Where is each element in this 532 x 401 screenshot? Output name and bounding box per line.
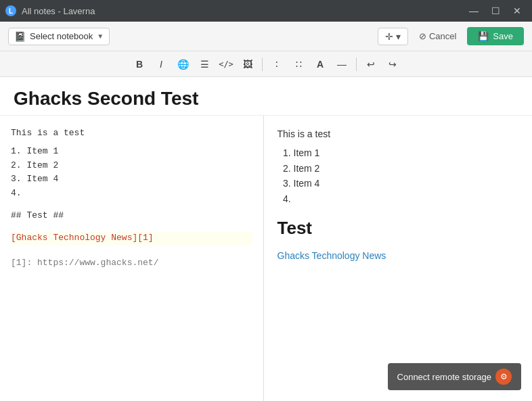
connect-storage-button[interactable]: Connect remote storage ⚙ [388,363,521,390]
bold-button[interactable]: B [129,55,150,74]
window-controls: — ☐ ✕ [464,4,527,18]
list-item [294,191,519,206]
markdown-editor[interactable]: This is a test 1. Item 1 2. Item 2 3. It… [0,116,264,401]
format-toolbar: B I 🌐 ☰ </> 🖼 ∶ ∷ A — ↩ ↪ [0,51,532,77]
maximize-button[interactable]: ☐ [486,4,505,18]
top-toolbar: 📓 Select notebook ▼ ✛ ▾ ⊘ Cancel 💾 Save [0,22,532,51]
ordered-list-button[interactable]: ∶ [267,55,287,74]
editor-heading-line: ## Test ## [11,209,252,223]
cancel-icon: ⊘ [419,31,426,41]
toolbar-right: ✛ ▾ ⊘ Cancel 💾 Save [378,27,524,45]
list-item: 2. Item 2 [11,159,252,173]
editor-url-ref: [1]: https://www.ghacks.net/ [11,256,252,270]
link-button[interactable]: 🌐 [173,55,193,74]
preview-intro: This is a test [278,126,519,141]
unordered-list-button[interactable]: ∷ [288,55,309,74]
crosshair-arrow-icon: ▾ [396,31,401,42]
app-icon: L [5,5,16,16]
title-bar: L All notes - Laverna — ☐ ✕ [0,0,532,22]
close-button[interactable]: ✕ [508,4,527,18]
crosshair-icon: ✛ [385,31,393,42]
preview-panel: This is a test Item 1 Item 2 Item 4 Test… [264,116,533,401]
window-title: All notes - Laverna [22,6,464,16]
connect-storage-icon: ⚙ [495,369,512,385]
minimize-button[interactable]: — [464,4,483,18]
notebook-label: Select notebook [30,31,93,41]
note-title: Ghacks Second Test [0,77,532,116]
list-item: Item 1 [294,145,519,160]
save-button[interactable]: 💾 Save [467,27,524,45]
cancel-label: Cancel [429,31,456,41]
hr-button[interactable]: — [332,55,352,74]
editor-link-num: [1] [137,233,153,243]
editor-list: 1. Item 1 2. Item 2 3. Item 4 4. [11,145,252,201]
preview-heading: Test [278,214,519,243]
list-item: 3. Item 4 [11,172,252,187]
undo-button[interactable]: ↩ [361,55,381,74]
preview-link-container: Ghacks Technology News [278,248,519,263]
toolbar-separator-2 [356,57,357,71]
connect-storage-label: Connect remote storage [397,372,491,382]
preview-link[interactable]: Ghacks Technology News [278,250,386,261]
editor-heading-text: ## Test ## [11,210,64,220]
editor-link-line: [Ghacks Technology News][1] [11,231,252,245]
editors-container: This is a test 1. Item 1 2. Item 2 3. It… [0,116,532,401]
font-button[interactable]: A [310,55,330,74]
dropdown-arrow-icon: ▼ [97,32,104,40]
toolbar-separator-1 [262,57,263,71]
align-button[interactable]: ☰ [194,55,215,74]
image-button[interactable]: 🖼 [238,55,258,74]
notebook-icon: 📓 [14,31,26,42]
italic-button[interactable]: I [151,55,171,74]
notebook-select[interactable]: 📓 Select notebook ▼ [8,28,110,45]
redo-button[interactable]: ↪ [382,55,403,74]
content-area: Ghacks Second Test This is a test 1. Ite… [0,77,532,401]
list-item: 4. [11,187,252,201]
editor-link-text: [Ghacks Technology News] [11,233,137,243]
list-item: 1. Item 1 [11,145,252,159]
save-icon: 💾 [478,31,489,41]
save-label: Save [493,31,513,41]
app-container: 📓 Select notebook ▼ ✛ ▾ ⊘ Cancel 💾 Save … [0,22,532,401]
crosshair-button[interactable]: ✛ ▾ [378,28,408,45]
list-item: Item 4 [294,176,519,191]
cancel-button[interactable]: ⊘ Cancel [414,28,462,44]
code-button[interactable]: </> [216,55,236,74]
preview-list: Item 1 Item 2 Item 4 [278,145,519,206]
editor-line-intro: This is a test [11,126,252,141]
list-item: Item 2 [294,161,519,176]
